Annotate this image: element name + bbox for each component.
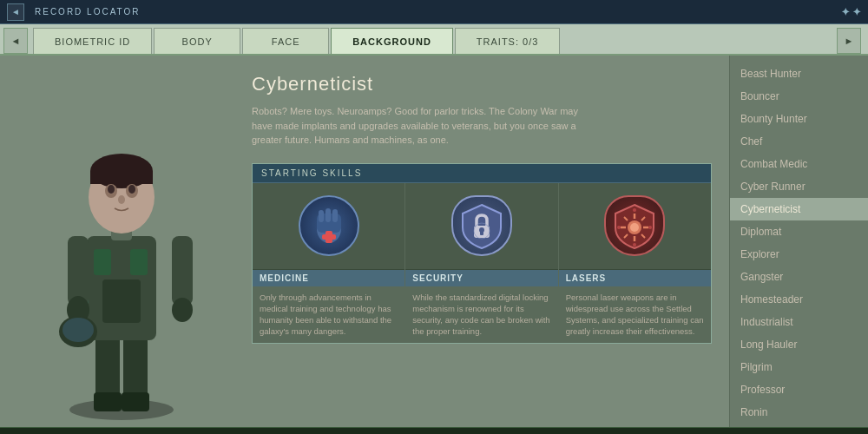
svg-rect-8 (102, 279, 141, 323)
svg-point-14 (172, 298, 193, 322)
svg-rect-29 (326, 208, 331, 222)
svg-rect-18 (90, 171, 153, 184)
skill-icon-area-medicine (253, 183, 404, 270)
svg-point-50 (648, 226, 652, 229)
sidebar-item-ronin[interactable]: Ronin (730, 401, 868, 424)
svg-point-22 (128, 185, 135, 194)
tab-face[interactable]: FACE (242, 28, 329, 54)
svg-point-49 (617, 226, 621, 229)
bottom-bar: EMPLOYEE NUMBER: 190514-2009140512 CHANG… (0, 427, 868, 434)
svg-rect-30 (332, 209, 338, 222)
nav-left-btn[interactable]: ◄ (3, 28, 28, 54)
top-logo: ✦ ✦ (841, 6, 861, 18)
svg-rect-4 (122, 392, 149, 411)
sidebar-item-gangster[interactable]: Gangster (730, 266, 868, 288)
sidebar-item-diplomat[interactable]: Diplomat (730, 220, 868, 243)
background-title: Cyberneticist (252, 73, 712, 95)
sidebar-item-cyber-runner[interactable]: Cyber Runner (730, 175, 868, 198)
skill-name-security: SECURITY (405, 270, 557, 286)
nav-right-btn[interactable]: ► (837, 28, 861, 54)
skill-name-medicine: MEDICINE (253, 270, 404, 286)
svg-point-23 (118, 195, 125, 204)
tab-biometric-id[interactable]: BIOMETRIC ID (33, 28, 152, 54)
skills-box: STARTING SKILLS (252, 163, 712, 344)
skill-card-medicine: MEDICINE Only through advancements in me… (253, 183, 405, 343)
nav-tabs: ◄ BIOMETRIC ID BODY FACE BACKGROUND TRAI… (0, 24, 868, 56)
lasers-icon-badge (604, 195, 665, 256)
background-desc: Robots? Mere toys. Neuroamps? Good for p… (252, 104, 582, 148)
svg-rect-12 (172, 236, 193, 306)
svg-point-48 (633, 243, 636, 247)
sidebar-item-chef[interactable]: Chef (730, 130, 868, 153)
skills-header: STARTING SKILLS (253, 164, 711, 183)
medicine-icon-badge (299, 195, 359, 256)
info-panel: Cyberneticist Robots? Mere toys. Neuroam… (243, 56, 729, 427)
main-content: Cyberneticist Robots? Mere toys. Neuroam… (0, 56, 868, 427)
skill-card-lasers: LASERS Personal laser weapons are in wid… (559, 183, 711, 343)
skill-desc-medicine: Only through advancements in medical tra… (253, 286, 404, 343)
sidebar-item-homesteader[interactable]: Homesteader (730, 288, 868, 311)
character-panel (0, 56, 243, 427)
skills-grid: MEDICINE Only through advancements in me… (253, 183, 711, 343)
tab-background[interactable]: BACKGROUND (331, 28, 453, 54)
svg-rect-6 (94, 249, 111, 275)
sidebar-item-combat-medic[interactable]: Combat Medic (730, 153, 868, 175)
right-sidebar: Beast Hunter Bouncer Bounty Hunter Chef … (729, 56, 868, 427)
sidebar-item-explorer[interactable]: Explorer (730, 243, 868, 266)
sidebar-item-cyberneticist[interactable]: Cyberneticist (730, 198, 868, 220)
skill-name-lasers: LASERS (559, 270, 711, 286)
top-left-btn[interactable]: ◄ (7, 3, 24, 21)
svg-point-21 (108, 185, 115, 194)
svg-rect-11 (68, 236, 89, 306)
record-locator-label: RECORD LOCATOR (35, 7, 141, 16)
top-bar: ◄ RECORD LOCATOR ✦ ✦ (0, 0, 868, 24)
skill-icon-area-lasers (559, 183, 711, 270)
sidebar-item-bounty-hunter[interactable]: Bounty Hunter (730, 108, 868, 130)
sidebar-item-pilgrim[interactable]: Pilgrim (730, 356, 868, 378)
security-icon-badge (451, 195, 512, 256)
svg-rect-3 (94, 392, 122, 411)
skill-desc-security: While the standardized digital locking m… (405, 286, 557, 343)
sidebar-item-bouncer[interactable]: Bouncer (730, 85, 868, 108)
svg-point-38 (630, 223, 639, 232)
svg-point-25 (62, 318, 94, 342)
skill-card-security: SECURITY While the standardized digital … (405, 183, 558, 343)
sidebar-item-long-hauler[interactable]: Long Hauler (730, 333, 868, 356)
svg-rect-32 (322, 234, 336, 240)
sidebar-item-industrialist[interactable]: Industrialist (730, 311, 868, 333)
sidebar-item-professor[interactable]: Professor (730, 378, 868, 401)
character-figure (43, 89, 200, 427)
sidebar-item-beast-hunter[interactable]: Beast Hunter (730, 62, 868, 85)
skill-icon-area-security (405, 183, 557, 270)
tab-body[interactable]: BODY (154, 28, 240, 54)
svg-rect-7 (130, 249, 148, 275)
svg-rect-28 (319, 210, 324, 222)
nav-spacer (562, 28, 835, 54)
skill-desc-lasers: Personal laser weapons are in widespread… (559, 286, 711, 343)
tab-traits[interactable]: TRAITS: 0/3 (455, 28, 561, 54)
svg-rect-35 (480, 231, 483, 235)
svg-point-47 (633, 208, 636, 212)
